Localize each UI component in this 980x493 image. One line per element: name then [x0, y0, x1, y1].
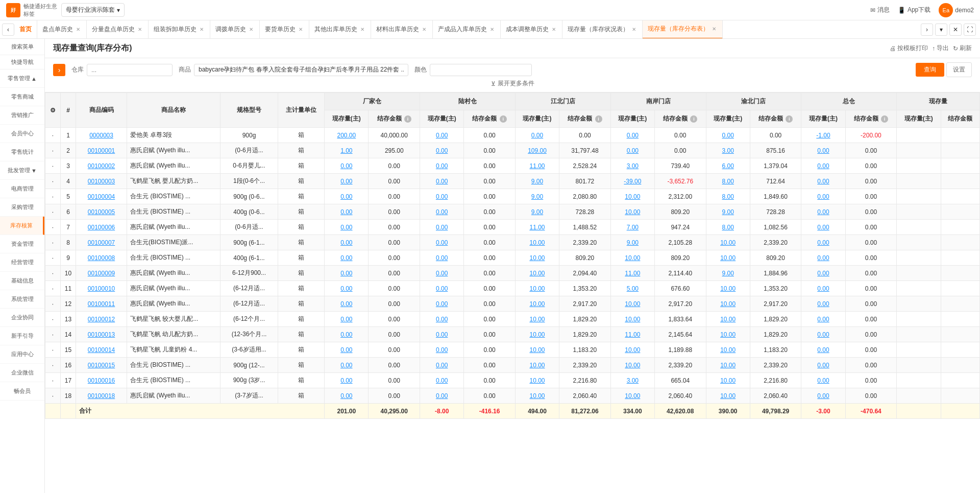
message-action[interactable]: ✉ 消息: [870, 6, 890, 14]
row-jb-stock[interactable]: 10.00: [515, 235, 559, 250]
sidebar-item-inventory[interactable]: 库存核算: [0, 217, 44, 235]
row-jb-stock[interactable]: 9.00: [515, 174, 559, 189]
tab-close-xian-cun-fen[interactable]: ✕: [711, 26, 717, 32]
row-tot-stock[interactable]: 0.00: [801, 373, 845, 388]
tab-close-xian-cun-biao[interactable]: ✕: [631, 26, 637, 33]
row-yb-stock[interactable]: 10.00: [706, 312, 750, 327]
row-l-stock[interactable]: 0.00: [420, 266, 463, 281]
row-tot-stock[interactable]: 0.00: [801, 327, 845, 342]
row-jb-stock[interactable]: 0.00: [515, 128, 559, 143]
row-settings[interactable]: ·: [45, 296, 61, 312]
industry-selector[interactable]: 母婴行业演示陈套 ▾: [61, 3, 125, 17]
row-code[interactable]: 00100003: [76, 174, 127, 189]
row-tot-stock[interactable]: 0.00: [801, 296, 845, 312]
row-l-stock[interactable]: 0.00: [420, 342, 463, 358]
row-tot-stock[interactable]: 0.00: [801, 388, 845, 404]
sidebar-item-wholesale[interactable]: 批发管理 ▼: [0, 161, 44, 180]
row-l-stock[interactable]: 0.00: [420, 158, 463, 174]
row-l-stock[interactable]: 0.00: [420, 358, 463, 373]
row-jb-stock[interactable]: 109.00: [515, 143, 559, 158]
hint-icon-l[interactable]: i: [500, 115, 507, 123]
row-f-stock[interactable]: 0.00: [325, 312, 369, 327]
row-tot-stock[interactable]: 0.00: [801, 358, 845, 373]
row-jb-stock[interactable]: 10.00: [515, 281, 559, 296]
row-yb-stock[interactable]: 6.00: [706, 158, 750, 174]
sidebar-item-retail-shop[interactable]: 零售商城: [0, 88, 44, 106]
row-l-stock[interactable]: 0.00: [420, 235, 463, 250]
col-settings-header[interactable]: ⚙: [45, 93, 61, 128]
row-f-stock[interactable]: 0.00: [325, 358, 369, 373]
row-tot-stock[interactable]: 0.00: [801, 250, 845, 266]
row-settings[interactable]: ·: [45, 204, 61, 220]
row-settings[interactable]: ·: [45, 158, 61, 174]
row-na-stock[interactable]: 3.00: [610, 373, 654, 388]
tab-qi-ta-chu[interactable]: 其他出库单历史 ✕: [309, 20, 371, 39]
row-settings[interactable]: ·: [45, 235, 61, 250]
hint-icon-jb[interactable]: i: [595, 115, 602, 123]
row-tot-stock[interactable]: 0.00: [801, 189, 845, 204]
row-jb-stock[interactable]: 9.00: [515, 189, 559, 204]
user-profile[interactable]: Ea demo2: [939, 3, 974, 17]
row-na-stock[interactable]: 11.00: [610, 327, 654, 342]
row-yb-stock[interactable]: 10.00: [706, 235, 750, 250]
query-button[interactable]: 查询: [916, 63, 944, 77]
row-yb-stock[interactable]: 8.00: [706, 220, 750, 235]
app-download-action[interactable]: 📱 App下载: [898, 6, 930, 14]
row-na-stock[interactable]: 9.00: [610, 235, 654, 250]
tab-nav-right[interactable]: ›: [921, 24, 933, 36]
hint-icon-na[interactable]: i: [690, 115, 697, 123]
row-f-stock[interactable]: 0.00: [325, 342, 369, 358]
row-yb-stock[interactable]: 10.00: [706, 388, 750, 404]
row-na-stock[interactable]: 5.00: [610, 281, 654, 296]
row-jb-stock[interactable]: 10.00: [515, 358, 559, 373]
row-l-stock[interactable]: 0.00: [420, 204, 463, 220]
row-code[interactable]: 0000003: [76, 128, 127, 143]
row-na-stock[interactable]: 10.00: [610, 204, 654, 220]
row-jb-stock[interactable]: 10.00: [515, 373, 559, 388]
row-yb-stock[interactable]: 10.00: [706, 373, 750, 388]
row-code[interactable]: 00100011: [76, 296, 127, 312]
row-tot-stock[interactable]: 0.00: [801, 204, 845, 220]
row-yb-stock[interactable]: 9.00: [706, 204, 750, 220]
sidebar-item-sys-mgmt[interactable]: 系统管理: [0, 290, 44, 309]
row-tot-stock[interactable]: 0.00: [801, 235, 845, 250]
tab-home[interactable]: 首页: [14, 20, 37, 39]
row-settings[interactable]: ·: [45, 189, 61, 204]
row-code[interactable]: 00100009: [76, 266, 127, 281]
row-yb-stock[interactable]: 8.00: [706, 174, 750, 189]
row-f-stock[interactable]: 0.00: [325, 220, 369, 235]
row-jb-stock[interactable]: 10.00: [515, 266, 559, 281]
row-jb-stock[interactable]: 10.00: [515, 312, 559, 327]
sidebar-item-ecom[interactable]: 电商管理: [0, 180, 44, 198]
row-yb-stock[interactable]: 9.00: [706, 266, 750, 281]
row-l-stock[interactable]: 0.00: [420, 143, 463, 158]
row-settings[interactable]: ·: [45, 128, 61, 143]
row-l-stock[interactable]: 0.00: [420, 250, 463, 266]
row-na-stock[interactable]: 0.00: [610, 143, 654, 158]
row-na-stock[interactable]: 10.00: [610, 388, 654, 404]
row-l-stock[interactable]: 0.00: [420, 327, 463, 342]
refresh-btn[interactable]: ↻ 刷新: [953, 44, 972, 53]
row-settings[interactable]: ·: [45, 388, 61, 404]
row-code[interactable]: 00100007: [76, 235, 127, 250]
row-yb-stock[interactable]: 10.00: [706, 250, 750, 266]
row-f-stock[interactable]: 0.00: [325, 174, 369, 189]
tab-cheng-ben[interactable]: 成本调整单历史 ✕: [501, 20, 562, 39]
row-settings[interactable]: ·: [45, 373, 61, 388]
row-tot-stock[interactable]: -1.00: [801, 128, 845, 143]
expand-conditions-btn[interactable]: ⊻ 展开更多条件: [53, 79, 972, 88]
row-yb-stock[interactable]: 8.00: [706, 189, 750, 204]
row-jb-stock[interactable]: 10.00: [515, 388, 559, 404]
warehouse-input[interactable]: [87, 64, 173, 76]
row-l-stock[interactable]: 0.00: [420, 128, 463, 143]
row-f-stock[interactable]: 0.00: [325, 235, 369, 250]
row-code[interactable]: 00100018: [76, 388, 127, 404]
sidebar-item-corp-collab[interactable]: 企业协同: [0, 309, 44, 327]
row-code[interactable]: 00100002: [76, 158, 127, 174]
hint-icon-tot[interactable]: i: [881, 115, 888, 123]
sidebar-item-finance[interactable]: 资金管理: [0, 235, 44, 253]
tab-close-cheng-ben[interactable]: ✕: [551, 26, 557, 33]
tab-cai-liao[interactable]: 材料出库单历史 ✕: [371, 20, 433, 39]
color-input[interactable]: [430, 64, 532, 76]
tab-nav-more[interactable]: ▾: [935, 24, 947, 36]
